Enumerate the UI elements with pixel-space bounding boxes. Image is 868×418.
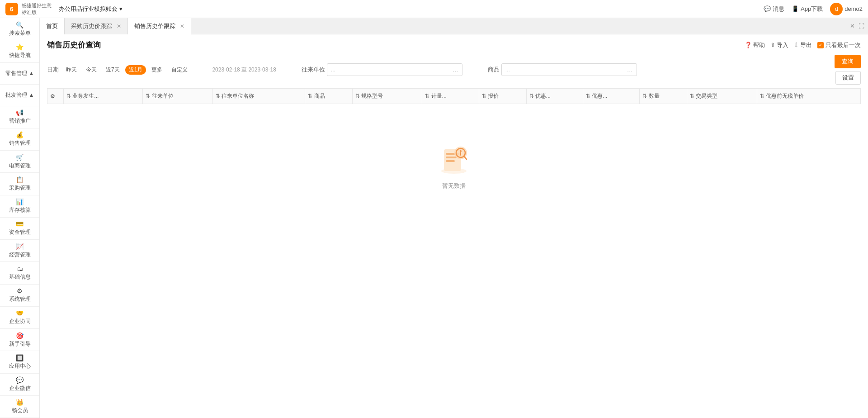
product-input-wrapper[interactable]: ... …: [501, 63, 637, 76]
sidebar-item-guide[interactable]: 🎯 新手引导: [0, 329, 39, 351]
tab-sales-history[interactable]: 销售历史价跟踪 ✕: [128, 18, 191, 34]
column-no-tax-price[interactable]: ⇅ 优惠前无税单价: [757, 89, 860, 104]
date-label: 日期: [47, 66, 59, 74]
system-icon: ⚙: [17, 287, 23, 294]
sort-icon: ⇅: [642, 93, 647, 99]
partner-placeholder: ...: [331, 66, 453, 73]
close-all-tabs-icon[interactable]: ✕: [850, 23, 855, 29]
page-header: 销售历史价查询 ❓ 帮助 ⇧ 导入 ⇩ 导出 ✓ 只看最后一次: [40, 34, 868, 50]
sidebar-item-marketing[interactable]: 📢 营销推广: [0, 106, 39, 128]
query-button[interactable]: 查询: [835, 55, 861, 68]
weixin-icon: 💬: [16, 376, 24, 384]
main-content: 销售历史价查询 ❓ 帮助 ⇧ 导入 ⇩ 导出 ✓ 只看最后一次 日期: [40, 34, 868, 418]
basics-icon: 🗂: [17, 265, 23, 272]
user-menu[interactable]: d demo2: [830, 3, 863, 15]
sidebar-item-member[interactable]: 👑 畅会员: [0, 396, 39, 418]
page-title: 销售历史价查询: [47, 40, 101, 50]
sidebar-item-operation[interactable]: 📈 经营管理: [0, 240, 39, 262]
tab-purchase-history[interactable]: 采购历史价跟踪 ✕: [65, 18, 128, 34]
sidebar-item-system[interactable]: ⚙ 系统管理: [0, 285, 39, 307]
date-range-text: 2023-02-18 至 2023-03-18: [212, 66, 276, 74]
column-trade-type[interactable]: ⇅ 交易类型: [687, 89, 757, 104]
table-wrapper: ⚙ ⇅ 业务发生... ⇅ 往来单位 ⇅ 往来单位名称: [40, 88, 868, 226]
column-gear[interactable]: ⚙: [47, 89, 64, 104]
partner-dots-icon: …: [453, 66, 458, 73]
column-unit[interactable]: ⇅ 计量...: [422, 89, 479, 104]
product-label: 商品: [488, 66, 500, 74]
app-selector[interactable]: 办公用品行业模拟账套 ▾: [55, 5, 126, 13]
column-discount2[interactable]: ⇅ 优惠...: [583, 89, 639, 104]
sort-icon: ⇅: [308, 93, 312, 99]
svg-rect-4: [446, 160, 455, 162]
tab-home[interactable]: 首页: [40, 18, 65, 34]
member-icon: 👑: [16, 399, 24, 406]
operation-icon: 📈: [16, 243, 24, 250]
data-table: ⚙ ⇅ 业务发生... ⇅ 往来单位 ⇅ 往来单位名称: [47, 88, 861, 104]
sidebar-item-sales[interactable]: 💰 销售管理: [0, 128, 39, 151]
sort-icon: ⇅: [355, 93, 360, 99]
date-btn-custom[interactable]: 自定义: [168, 65, 191, 75]
app-download-action[interactable]: 📱 App下载: [792, 5, 823, 13]
partner-filter: 往来单位 ... …: [302, 63, 462, 76]
help-icon: ❓: [745, 42, 752, 48]
export-icon: ⇩: [794, 42, 799, 48]
header-left: 6 畅捷通好生意 标准版 办公用品行业模拟账套 ▾: [5, 2, 126, 15]
sort-icon: ⇅: [66, 93, 71, 99]
date-btn-more[interactable]: 更多: [148, 65, 166, 75]
message-action[interactable]: 💬 消息: [764, 5, 784, 13]
filter-area: 日期 昨天 今天 近7天 近1月 更多 自定义 2023-02-18 至 202…: [40, 50, 868, 88]
only-last-checkbox[interactable]: ✓ 只看最后一次: [817, 41, 861, 49]
top-header: 6 畅捷通好生意 标准版 办公用品行业模拟账套 ▾ 💬 消息 📱 App下载 d…: [0, 0, 868, 18]
sidebar-item-weixin[interactable]: 💬 企业微信: [0, 374, 39, 396]
enterprise-icon: 🤝: [16, 309, 24, 317]
partner-input-wrapper[interactable]: ... …: [327, 63, 462, 76]
product-filter: 商品 ... …: [488, 63, 637, 76]
column-quote[interactable]: ⇅ 报价: [479, 89, 526, 104]
finance-icon: 💳: [16, 220, 24, 228]
sidebar-item-purchase[interactable]: 📋 采购管理: [0, 173, 39, 195]
sidebar-item-basics[interactable]: 🗂 基础信息: [0, 262, 39, 284]
help-action[interactable]: ❓ 帮助: [745, 41, 765, 49]
marketing-icon: 📢: [16, 109, 24, 116]
column-partner-name[interactable]: ⇅ 往来单位名称: [212, 89, 305, 104]
header-right: 💬 消息 📱 App下载 d demo2: [764, 3, 863, 15]
page-actions: ❓ 帮助 ⇧ 导入 ⇩ 导出 ✓ 只看最后一次: [745, 41, 861, 49]
sidebar-item-ecommerce[interactable]: 🛒 电商管理: [0, 151, 39, 173]
date-btn-today[interactable]: 今天: [82, 65, 100, 75]
purchase-icon: 📋: [16, 176, 24, 183]
sort-icon: ⇅: [760, 93, 764, 99]
date-btn-last7[interactable]: 近7天: [102, 65, 123, 75]
export-action[interactable]: ⇩ 导出: [794, 41, 812, 49]
sidebar-item-finance[interactable]: 💳 资金管理: [0, 218, 39, 240]
sidebar-item-app-center[interactable]: 🔲 应用中心: [0, 351, 39, 373]
sidebar-item-wholesale[interactable]: 批发管理 ▲: [0, 85, 39, 106]
filter-btn-group: 查询 设置: [835, 55, 861, 85]
column-biz-date[interactable]: ⇅ 业务发生...: [64, 89, 143, 104]
search-icon: 🔍: [16, 21, 24, 28]
import-action[interactable]: ⇧ 导入: [770, 41, 788, 49]
maximize-icon[interactable]: ⛶: [859, 23, 864, 29]
column-quantity[interactable]: ⇅ 数量: [640, 89, 687, 104]
sort-icon: ⇅: [529, 93, 534, 99]
column-product[interactable]: ⇅ 商品: [305, 89, 353, 104]
gear-icon[interactable]: ⚙: [50, 93, 55, 100]
sidebar-item-search-menu[interactable]: 🔍 搜索菜单: [0, 18, 39, 40]
sort-icon: ⇅: [146, 93, 150, 99]
sidebar-item-retail[interactable]: 零售管理 ▲: [0, 63, 39, 85]
app-center-icon: 🔲: [16, 354, 24, 361]
column-partner-code[interactable]: ⇅ 往来单位: [143, 89, 213, 104]
sidebar-item-enterprise[interactable]: 🤝 企业协同: [0, 307, 39, 329]
guide-icon: 🎯: [16, 332, 24, 339]
close-tab-purchase-icon[interactable]: ✕: [117, 23, 121, 29]
sidebar-item-inventory[interactable]: 📊 库存核算: [0, 195, 39, 218]
sort-icon: ⇅: [216, 93, 220, 99]
close-tab-sales-icon[interactable]: ✕: [180, 23, 184, 29]
sidebar-item-quick-nav[interactable]: ⭐ 快捷导航: [0, 40, 39, 62]
svg-point-8: [460, 150, 462, 152]
date-btn-last1m[interactable]: 近1月: [125, 65, 146, 75]
settings-button[interactable]: 设置: [835, 71, 861, 85]
sort-icon: ⇅: [690, 93, 694, 99]
date-btn-yesterday[interactable]: 昨天: [62, 65, 80, 75]
column-discount1[interactable]: ⇅ 优惠...: [526, 89, 583, 104]
column-spec[interactable]: ⇅ 规格型号: [352, 89, 422, 104]
